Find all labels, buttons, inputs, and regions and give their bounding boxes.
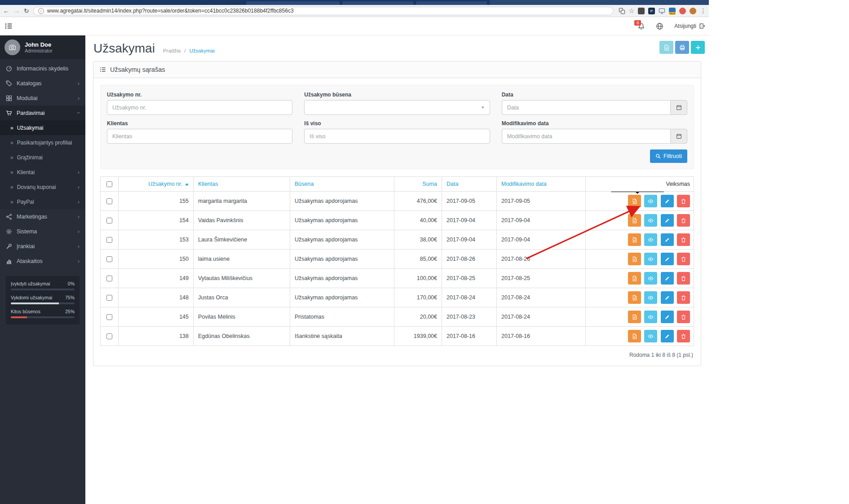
- sort-total-link[interactable]: Suma: [422, 181, 437, 187]
- breadcrumb-home-link[interactable]: Pradžia: [163, 48, 181, 53]
- filter-button[interactable]: Filtruoti: [650, 149, 687, 163]
- view-order-button[interactable]: [644, 195, 657, 207]
- order-status-select[interactable]: ▼: [304, 100, 490, 115]
- invoice-pdf-button[interactable]: [628, 195, 641, 207]
- browser-tab[interactable]: [416, 1, 487, 5]
- menu-toggle-button[interactable]: [4, 22, 13, 30]
- invoice-print-button[interactable]: [659, 41, 673, 54]
- shipping-print-button[interactable]: [675, 41, 689, 54]
- row-select-checkbox[interactable]: [106, 295, 112, 301]
- modified-date-input[interactable]: [502, 129, 670, 144]
- avatar[interactable]: [4, 39, 20, 55]
- edit-order-button[interactable]: [661, 253, 674, 265]
- sidebar-item-tools[interactable]: Įrankiai ›: [0, 239, 85, 254]
- row-select-checkbox[interactable]: [106, 256, 112, 262]
- logout-button[interactable]: Atsijungti: [674, 23, 705, 29]
- edit-order-button[interactable]: [661, 214, 674, 227]
- invoice-pdf-button[interactable]: [628, 233, 641, 246]
- edit-order-button[interactable]: [661, 233, 674, 246]
- sidebar-subitem-recurring-profiles[interactable]: » Pasikartojantys profiliai: [0, 135, 85, 150]
- delete-order-button[interactable]: [677, 233, 690, 246]
- sidebar-subitem-customers[interactable]: » Klientai ›: [0, 165, 85, 180]
- select-all-checkbox[interactable]: [106, 181, 112, 187]
- browser-tab[interactable]: [246, 1, 340, 5]
- sidebar-item-modules[interactable]: Moduliai ›: [0, 91, 85, 105]
- order-nr-cell: 155: [119, 192, 194, 211]
- sort-status-link[interactable]: Būsena: [295, 181, 314, 187]
- browser-back-button[interactable]: ←: [3, 8, 9, 14]
- date-input[interactable]: [502, 100, 670, 115]
- row-select-checkbox[interactable]: [106, 198, 112, 204]
- view-order-button[interactable]: [644, 214, 657, 227]
- edit-order-button[interactable]: [661, 291, 674, 304]
- delete-order-button[interactable]: [677, 291, 690, 304]
- breadcrumb-current-link[interactable]: Užsakymai: [190, 48, 215, 53]
- invoice-pdf-button[interactable]: [628, 214, 641, 227]
- customer-cell: Egdūnas Obelinskas: [194, 327, 290, 346]
- sort-date-link[interactable]: Data: [447, 181, 458, 187]
- orange-extension-icon[interactable]: [690, 8, 696, 14]
- row-select-checkbox[interactable]: [106, 218, 112, 224]
- add-order-button[interactable]: [691, 41, 705, 54]
- sidebar-subitem-returns[interactable]: » Grąžinimai: [0, 150, 85, 165]
- sidebar-item-sales[interactable]: Pardavimai ›: [0, 105, 85, 120]
- browser-address-bar[interactable]: i www.agregatai.lt/siteadmin14/index.php…: [33, 7, 614, 15]
- sidebar-subitem-gift-vouchers[interactable]: » Dovanų kuponai ›: [0, 180, 85, 194]
- edit-order-button[interactable]: [661, 330, 674, 342]
- order-nr-input[interactable]: [107, 100, 292, 115]
- total-input[interactable]: [304, 129, 490, 144]
- delete-order-button[interactable]: [677, 214, 690, 227]
- edit-order-button[interactable]: [661, 272, 674, 285]
- delete-order-button[interactable]: [677, 272, 690, 285]
- ip-extension-icon[interactable]: IP.: [648, 8, 655, 14]
- sort-customer-link[interactable]: Klientas: [198, 181, 218, 187]
- page-info-icon[interactable]: i: [38, 8, 44, 14]
- sidebar-item-dashboard[interactable]: Informacinis skydelis: [0, 61, 85, 76]
- browser-forward-button[interactable]: →: [13, 8, 20, 14]
- view-order-button[interactable]: [644, 253, 657, 265]
- invoice-pdf-button[interactable]: [628, 311, 641, 323]
- row-select-checkbox[interactable]: [106, 314, 112, 320]
- eyedropper-extension-icon[interactable]: [638, 8, 645, 14]
- sidebar-item-reports[interactable]: Ataskaitos ›: [0, 254, 85, 268]
- browser-menu-icon[interactable]: ⋮: [700, 8, 706, 14]
- view-order-button[interactable]: [644, 272, 657, 285]
- modified-calendar-button[interactable]: [670, 129, 687, 144]
- browser-tab[interactable]: [342, 1, 413, 5]
- notifications-button[interactable]: 0: [637, 22, 645, 30]
- view-order-button[interactable]: [644, 291, 657, 304]
- edit-order-button[interactable]: [661, 311, 674, 323]
- row-select-checkbox[interactable]: [106, 276, 112, 281]
- sidebar-item-marketing[interactable]: Marketingas ›: [0, 209, 85, 224]
- date-calendar-button[interactable]: [670, 100, 687, 115]
- sort-order-nr-link[interactable]: Užsakymo nr.: [148, 181, 189, 187]
- invoice-pdf-button[interactable]: [628, 272, 641, 285]
- delete-order-button[interactable]: [677, 311, 690, 323]
- view-order-button[interactable]: [644, 311, 657, 323]
- sort-modified-link[interactable]: Modifikavimo data: [501, 181, 547, 187]
- monitor-extension-icon[interactable]: [659, 8, 665, 14]
- browser-reload-button[interactable]: ↻: [24, 8, 29, 14]
- bookmark-star-icon[interactable]: ☆: [629, 8, 635, 14]
- invoice-pdf-button[interactable]: [628, 330, 641, 342]
- sidebar-subitem-orders[interactable]: » Užsakymai: [0, 120, 85, 135]
- new-badge-extension-icon[interactable]: New: [669, 8, 676, 14]
- view-order-button[interactable]: [644, 330, 657, 342]
- customer-input[interactable]: [107, 129, 292, 144]
- row-select-checkbox[interactable]: [106, 237, 112, 243]
- date-cell: 2017-09-04: [442, 230, 497, 250]
- language-button[interactable]: [656, 22, 663, 30]
- translate-icon[interactable]: [619, 8, 625, 14]
- view-order-button[interactable]: [644, 233, 657, 246]
- row-select-checkbox[interactable]: [106, 333, 112, 339]
- delete-order-button[interactable]: [677, 330, 690, 342]
- red-extension-icon[interactable]: [679, 8, 686, 14]
- sidebar-subitem-paypal[interactable]: » PayPal ›: [0, 194, 85, 209]
- sidebar-item-catalog[interactable]: Katalogas ›: [0, 76, 85, 91]
- delete-order-button[interactable]: [677, 195, 690, 207]
- invoice-pdf-button[interactable]: [628, 253, 641, 265]
- edit-order-button[interactable]: [661, 195, 674, 207]
- sidebar-item-system[interactable]: Sistema ›: [0, 224, 85, 239]
- delete-order-button[interactable]: [677, 253, 690, 265]
- invoice-pdf-button[interactable]: [628, 291, 641, 304]
